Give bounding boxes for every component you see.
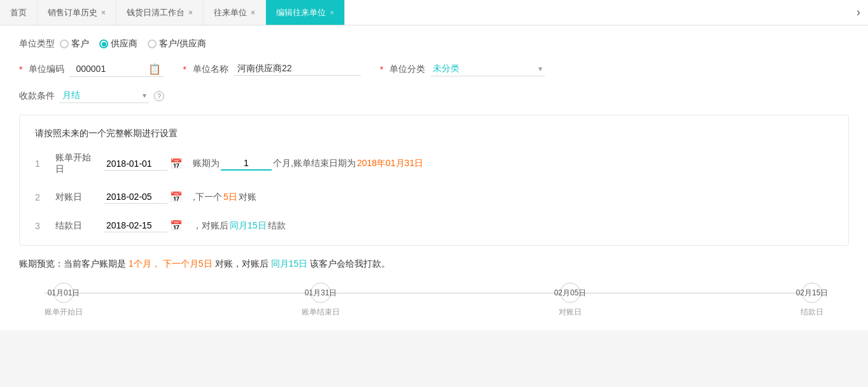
period-row-1: 1 账单开始日 📅 账期为 个月,账单结束日期为 2018年01月31日: [35, 152, 833, 175]
period-date-wrap-2: 📅: [104, 190, 183, 204]
period-desc-suffix-3: 结款: [268, 220, 286, 232]
period-row-label-3: 结款日: [55, 220, 94, 232]
payment-chevron-icon: ▾: [143, 91, 146, 100]
payment-terms-field: 收款条件 月结 ▾ ?: [19, 88, 164, 103]
timeline-dot-3: 02月15日: [802, 283, 822, 303]
unit-info-row: * 单位编码 📋 * 单位名称 * 单位分类 未分类 ▾: [19, 61, 849, 77]
tab-edit-partner-label: 编辑往来单位: [276, 7, 326, 18]
period-box: 请按照未来的一个完整帐期进行设置 1 账单开始日 📅 账期为 个月,账单结束日期…: [19, 115, 849, 246]
period-row-label-1: 账单开始日: [55, 152, 94, 175]
period-highlight-3: 同月15日: [230, 220, 267, 232]
period-desc-prefix-2: ,下一个: [193, 192, 222, 203]
period-row-3: 3 结款日 📅 ，对账后 同月15日 结款: [35, 219, 833, 232]
period-desc-suffix-1: 个月,账单结束日期为: [273, 158, 356, 169]
tab-partner[interactable]: 往来单位 ×: [204, 0, 266, 25]
preview-prefix: 账期预览：当前客户账期是: [19, 258, 126, 270]
timeline-dot-label-3: 结款日: [801, 307, 823, 318]
unit-type-row: 单位类型 客户 供应商 客户/供应商: [19, 38, 849, 50]
radio-customer[interactable]: 客户: [60, 38, 89, 50]
period-date-input-1[interactable]: [104, 157, 167, 171]
preview-mid: 下一个月5日: [163, 258, 213, 270]
tab-edit-partner-close[interactable]: ×: [330, 8, 334, 17]
timeline-dot-label-2: 对账日: [559, 307, 582, 318]
unit-type-label: 单位类型: [19, 38, 55, 50]
timeline-point-0: 01月01日 账单开始日: [45, 283, 83, 318]
preview-text: 账期预览：当前客户账期是 1个月， 下一个月5日 对账，对账后 同月15日 该客…: [19, 258, 849, 270]
period-date-input-3[interactable]: [104, 219, 167, 232]
period-box-title: 请按照未来的一个完整帐期进行设置: [35, 128, 833, 139]
help-icon[interactable]: ?: [154, 91, 164, 101]
tab-sales-order-close[interactable]: ×: [101, 8, 106, 17]
period-row-num-2: 2: [35, 192, 45, 202]
period-calendar-icon-1[interactable]: 📅: [170, 158, 183, 170]
period-row-2: 2 对账日 📅 ,下一个 5日 对账: [35, 190, 833, 204]
period-row-label-2: 对账日: [55, 192, 94, 203]
timeline-point-1: 01月31日 账单结束日: [302, 283, 340, 318]
payment-terms-select[interactable]: 月结 ▾: [60, 88, 149, 103]
period-row-num-1: 1: [35, 158, 45, 169]
period-desc-prefix-3: ，对账后: [193, 220, 228, 232]
tab-sales-order-label: 销售订单历史: [48, 7, 97, 18]
payment-terms-row: 收款条件 月结 ▾ ?: [19, 88, 849, 103]
period-months-input[interactable]: [221, 157, 272, 171]
timeline-dot-date-3: 02月15日: [796, 288, 829, 299]
tab-home-label: 首页: [10, 7, 27, 18]
unit-code-input[interactable]: [72, 62, 148, 75]
preview-suffix: 该客户会给我打款。: [310, 258, 390, 270]
radio-supplier-circle: [99, 39, 108, 48]
timeline-dot-2: 02月05日: [560, 283, 580, 303]
timeline-dot-date-0: 01月01日: [48, 288, 80, 299]
tab-expand-button[interactable]: ›: [849, 0, 868, 25]
radio-supplier[interactable]: 供应商: [99, 38, 137, 50]
period-date-input-2[interactable]: [104, 190, 167, 204]
tab-edit-partner[interactable]: 编辑往来单位 ×: [266, 0, 345, 25]
radio-group: 客户 供应商 客户/供应商: [60, 38, 206, 50]
period-end-date: 2018年01月31日: [357, 158, 423, 169]
period-highlight-2: 5日: [223, 192, 237, 203]
unit-name-field: * 单位名称: [183, 62, 360, 76]
unit-category-select[interactable]: 未分类 ▾: [430, 62, 545, 76]
period-desc-1: 账期为 个月,账单结束日期为 2018年01月31日: [193, 157, 423, 171]
tab-cash-work-close[interactable]: ×: [188, 8, 193, 17]
period-desc-3: ，对账后 同月15日 结款: [193, 220, 286, 232]
tab-partner-close[interactable]: ×: [251, 8, 255, 17]
radio-customer-circle: [60, 39, 69, 48]
unit-category-star: *: [380, 64, 383, 74]
unit-name-star: *: [183, 64, 186, 74]
preview-end: 同月15日: [271, 258, 308, 270]
period-row-num-3: 3: [35, 221, 45, 231]
chevron-down-icon: ▾: [538, 64, 542, 73]
timeline-dot-0: 01月01日: [53, 283, 74, 303]
unit-name-input[interactable]: [234, 62, 361, 76]
radio-both[interactable]: 客户/供应商: [148, 38, 206, 50]
timeline-point-2: 02月05日 对账日: [559, 283, 582, 318]
preview-mid2: 对账，对账后: [215, 258, 269, 270]
payment-terms-value: 月结: [62, 90, 143, 101]
period-calendar-icon-2[interactable]: 📅: [170, 191, 183, 203]
unit-code-copy-icon[interactable]: 📋: [148, 63, 161, 75]
timeline-point-3: 02月15日 结款日: [801, 283, 823, 318]
period-calendar-icon-3[interactable]: 📅: [170, 220, 183, 232]
timeline-dot-date-2: 02月05日: [554, 288, 587, 299]
tab-sales-order[interactable]: 销售订单历史 ×: [38, 0, 116, 25]
preview-period: 1个月，: [129, 258, 160, 270]
period-desc-2: ,下一个 5日 对账: [193, 192, 256, 203]
unit-category-field: * 单位分类 未分类 ▾: [380, 62, 545, 76]
unit-type-field: 单位类型 客户 供应商 客户/供应商: [19, 38, 206, 50]
unit-code-label: 单位编码: [29, 64, 64, 75]
tab-cash-work[interactable]: 钱货日清工作台 ×: [116, 0, 204, 25]
timeline-points: 01月01日 账单开始日 01月31日 账单结束日 02月05日 对账日 02月…: [45, 283, 823, 318]
timeline-dot-label-1: 账单结束日: [302, 307, 340, 318]
timeline-dot-1: 01月31日: [311, 283, 331, 303]
radio-both-label: 客户/供应商: [159, 38, 206, 50]
unit-code-input-wrap: 📋: [69, 61, 164, 77]
tab-home[interactable]: 首页: [0, 0, 38, 25]
tab-cash-work-label: 钱货日清工作台: [127, 7, 185, 18]
main-content: 单位类型 客户 供应商 客户/供应商 * 单位编码: [0, 25, 868, 330]
radio-both-circle: [148, 39, 157, 48]
unit-code-star: *: [19, 64, 22, 74]
timeline: 01月01日 账单开始日 01月31日 账单结束日 02月05日 对账日 02月…: [19, 283, 849, 318]
period-date-wrap-3: 📅: [104, 219, 183, 232]
timeline-dot-label-0: 账单开始日: [45, 307, 83, 318]
timeline-dot-date-1: 01月31日: [305, 288, 337, 299]
